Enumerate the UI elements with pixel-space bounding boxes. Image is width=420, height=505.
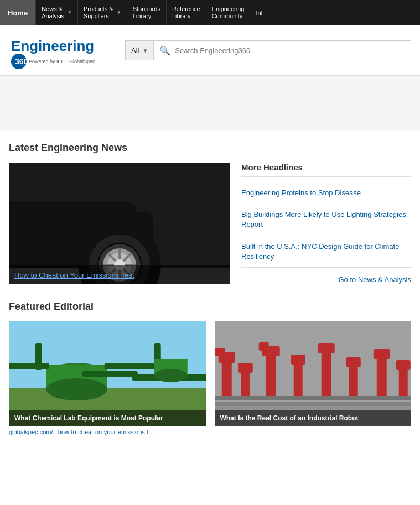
more-headlines-title: More Headlines [241, 163, 411, 177]
search-icon[interactable]: 🔍 [159, 45, 170, 56]
nav-item-reference[interactable]: Reference Library [167, 0, 206, 25]
featured-editorial-title: Featured Editorial [9, 301, 411, 313]
nav-news-arrow: ▼ [68, 10, 72, 15]
svg-text:Engineering: Engineering [11, 38, 94, 54]
nav-news-label: News & Analysis [42, 6, 64, 20]
headline-item-1[interactable]: Big Buildings More Likely to Use Lightin… [241, 204, 411, 236]
logo-svg: Engineering 360 Powered by IEEE GlobalSp… [9, 31, 103, 70]
search-category-select[interactable]: All ▼ [126, 41, 154, 60]
news-main-image-wrap: How to Cheat on Your Emissions Test [9, 163, 230, 284]
editorial-card-1[interactable]: What Is the Real Cost of an Industrial R… [215, 321, 412, 426]
editorial-grid: What Chemical Lab Equipment is Most Popu… [9, 321, 411, 426]
featured-editorial-section: Featured Editorial [9, 301, 411, 435]
nav-inf-label: Inf [256, 9, 262, 16]
nav-products-label: Products & Suppliers [84, 6, 113, 20]
svg-text:360: 360 [15, 57, 28, 66]
nav-bar: Home News & Analysis ▼ Products & Suppli… [0, 0, 420, 25]
nav-item-community[interactable]: Engineering Community [206, 0, 251, 25]
header: Engineering 360 Powered by IEEE GlobalSp… [0, 25, 420, 76]
svg-rect-36 [82, 371, 138, 377]
nav-home[interactable]: Home [0, 0, 36, 25]
nav-standards-label: Standards Library [133, 6, 160, 20]
headline-item-0[interactable]: Engineering Proteins to Stop Disease [241, 183, 411, 204]
news-main-link[interactable]: How to Cheat on Your Emissions Test [14, 271, 134, 279]
search-category-arrow: ▼ [142, 48, 148, 54]
editorial-card-0[interactable]: What Chemical Lab Equipment is Most Popu… [9, 321, 206, 426]
svg-rect-7 [9, 201, 136, 223]
svg-point-27 [46, 378, 107, 400]
nav-item-products[interactable]: Products & Suppliers ▼ [78, 0, 127, 25]
latest-news-section: Latest Engineering News [9, 142, 411, 284]
svg-rect-31 [35, 343, 42, 370]
logo-area: Engineering 360 Powered by IEEE GlobalSp… [9, 31, 103, 70]
svg-rect-28 [9, 363, 49, 369]
svg-point-35 [154, 369, 188, 382]
nav-community-label: Engineering Community [212, 6, 245, 20]
latest-news-title: Latest Engineering News [9, 142, 411, 154]
search-bar: All ▼ 🔍 [125, 40, 411, 60]
svg-text:Powered by IEEE GlobalSpec: Powered by IEEE GlobalSpec [29, 59, 95, 64]
editorial-caption-1: What Is the Real Cost of an Industrial R… [215, 410, 412, 426]
main-content: Latest Engineering News [0, 131, 420, 446]
news-caption: How to Cheat on Your Emissions Test [9, 265, 230, 284]
headline-item-2[interactable]: Built in the U.S.A.: NYC Design Guide fo… [241, 236, 411, 268]
ad-area [0, 76, 420, 131]
go-to-news-link[interactable]: Go to News & Analysis [241, 275, 411, 284]
news-grid: How to Cheat on Your Emissions Test More… [9, 163, 411, 284]
nav-reference-label: Reference Library [172, 6, 200, 20]
search-input[interactable] [175, 46, 405, 55]
nav-item-standards[interactable]: Standards Library [127, 0, 167, 25]
nav-item-inf[interactable]: Inf [250, 0, 268, 25]
logo-wrapper: Engineering 360 Powered by IEEE GlobalSp… [9, 31, 103, 70]
search-input-wrap: 🔍 [154, 41, 411, 60]
search-category-value: All [131, 46, 139, 55]
nav-products-arrow: ▼ [117, 10, 121, 15]
svg-rect-29 [105, 363, 160, 369]
news-sidebar: More Headlines Engineering Proteins to S… [241, 163, 411, 284]
editorial-caption-0: What Chemical Lab Equipment is Most Popu… [9, 410, 206, 426]
nav-item-news[interactable]: News & Analysis ▼ [36, 0, 78, 25]
site-url: globalspec.com/...how-to-cheat-on-your-e… [9, 429, 411, 435]
